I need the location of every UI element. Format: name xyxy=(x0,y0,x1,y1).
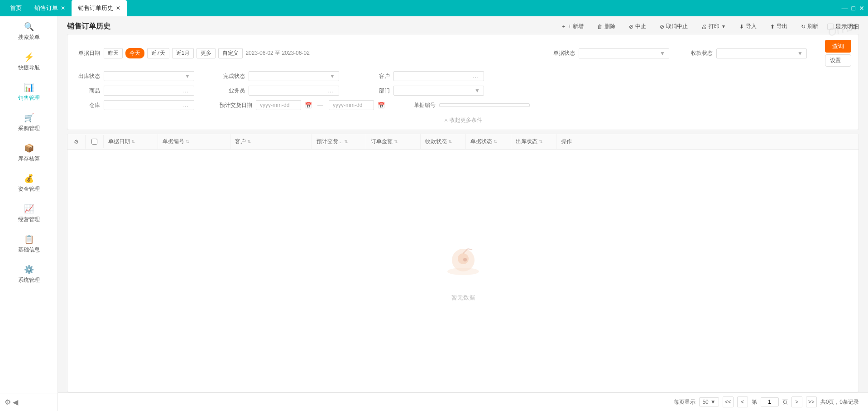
th-delivery[interactable]: 预计交货... ⇅ xyxy=(312,134,366,149)
sort-doc-status-icon: ⇅ xyxy=(494,139,497,144)
page-size-select[interactable]: 50 ▼ xyxy=(699,397,719,406)
sort-client-icon: ⇅ xyxy=(247,139,251,144)
sort-amount-icon: ⇅ xyxy=(394,139,398,144)
th-num[interactable]: 单据编号 ⇅ xyxy=(158,134,230,149)
sales-mgmt-icon: 📊 xyxy=(24,82,34,92)
sys-mgmt-icon: ⚙️ xyxy=(24,265,34,275)
page-number-input[interactable] xyxy=(761,397,779,406)
empty-text: 暂无数据 xyxy=(451,294,475,302)
select-all-checkbox[interactable] xyxy=(91,139,97,145)
sidebar-item-search-menu[interactable]: 🔍 搜索菜单 xyxy=(0,16,58,47)
tab-home[interactable]: 首页 xyxy=(4,0,28,16)
th-pay-status[interactable]: 收款状态 ⇅ xyxy=(421,134,466,149)
th-date[interactable]: 单据日期 ⇅ xyxy=(104,134,158,149)
filter-row-1: 单据日期 昨天 今天 近7天 近1月 更多 自定义 2023-06-02 至 2… xyxy=(75,40,851,67)
purchase-mgmt-icon: 🛒 xyxy=(24,113,34,123)
settings-bottom-icon[interactable]: ⚙ xyxy=(5,398,11,406)
refresh-button[interactable]: ↻ 刷新 xyxy=(796,21,823,32)
out-status-select[interactable]: ▼ xyxy=(104,71,194,81)
sidebar-item-finance[interactable]: 💰 资金管理 xyxy=(0,168,58,198)
complete-status-label: 完成状态 xyxy=(220,73,245,80)
th-settings[interactable]: ⚙ xyxy=(67,135,86,149)
cancel-stop-button[interactable]: ⊘ 取消中止 xyxy=(655,21,692,32)
cal-end-icon[interactable]: 📅 xyxy=(378,102,385,109)
tab-sales-order[interactable]: 销售订单 ✕ xyxy=(28,0,72,16)
finance-icon: 💰 xyxy=(24,174,34,184)
date-btn-custom[interactable]: 自定义 xyxy=(218,48,243,58)
last-page-button[interactable]: >> xyxy=(806,396,817,407)
th-out-status[interactable]: 出库状态 ⇅ xyxy=(511,134,556,149)
import-button[interactable]: ⬇ 导入 xyxy=(735,21,761,32)
delivery-date-start[interactable]: yyyy-mm-dd xyxy=(256,100,301,110)
salesperson-dots-icon[interactable]: … xyxy=(326,87,335,94)
th-amount[interactable]: 订单金额 ⇅ xyxy=(366,134,421,149)
date-btn-7days[interactable]: 近7天 xyxy=(147,48,169,58)
settings-button[interactable]: 设置 xyxy=(825,54,851,67)
sidebar-item-operations[interactable]: 📈 经营管理 xyxy=(0,198,58,229)
complete-status-select[interactable]: ▼ xyxy=(249,71,339,81)
sort-out-status-icon: ⇅ xyxy=(539,139,542,144)
date-btn-today[interactable]: 今天 xyxy=(125,48,144,58)
sidebar-item-purchase-mgmt[interactable]: 🛒 采购管理 xyxy=(0,107,58,138)
salesperson-input[interactable]: … xyxy=(249,86,339,96)
pay-status-select[interactable]: ▼ xyxy=(716,48,807,58)
sidebar-item-inventory[interactable]: 📦 库存核算 xyxy=(0,138,58,168)
customer-input[interactable]: … xyxy=(393,71,484,81)
export-icon: ⬆ xyxy=(770,24,775,30)
cal-start-icon[interactable]: 📅 xyxy=(305,102,312,109)
print-button[interactable]: 🖨 打印 ▼ xyxy=(697,21,730,32)
doc-status-group: 单据状态 ▼ xyxy=(550,48,669,58)
date-btn-1month[interactable]: 近1月 xyxy=(172,48,194,58)
page-size-arrow-icon: ▼ xyxy=(710,399,716,405)
close-tab-sales-order[interactable]: ✕ xyxy=(61,5,65,11)
dept-select[interactable]: ▼ xyxy=(393,86,484,96)
customer-dots-icon[interactable]: … xyxy=(471,73,480,79)
prev-page-button[interactable]: < xyxy=(737,396,748,407)
product-input[interactable]: … xyxy=(104,86,194,96)
product-dots-icon[interactable]: … xyxy=(181,87,190,94)
sidebar-item-base-info[interactable]: 📋 基础信息 xyxy=(0,229,58,259)
date-btn-yesterday[interactable]: 昨天 xyxy=(104,48,123,58)
doc-status-select[interactable]: ▼ xyxy=(579,48,669,58)
display-cols-control: 显示明细 xyxy=(827,23,859,31)
first-page-button[interactable]: << xyxy=(723,396,734,407)
sidebar: 🔍 搜索菜单 ⚡ 快捷导航 📊 销售管理 🛒 采购管理 📦 库存核算 💰 资金管… xyxy=(0,16,58,411)
doc-num-input[interactable] xyxy=(439,103,530,107)
stop-button[interactable]: ⊘ 中止 xyxy=(624,21,651,32)
delete-icon: 🗑 xyxy=(597,24,603,30)
close-button[interactable]: ✕ xyxy=(859,5,864,12)
delete-button[interactable]: 🗑 删除 xyxy=(593,21,620,32)
next-page-button[interactable]: > xyxy=(791,396,802,407)
tab-sales-order-history[interactable]: 销售订单历史 ✕ xyxy=(72,0,127,16)
th-doc-status[interactable]: 单据状态 ⇅ xyxy=(466,134,511,149)
jump-label: 第 xyxy=(752,398,757,406)
empty-state: 暂无数据 xyxy=(67,150,858,392)
doc-date-label: 单据日期 xyxy=(75,49,100,57)
svg-line-5 xyxy=(468,249,472,250)
collapse-sidebar-icon[interactable]: ◀ xyxy=(13,398,18,406)
sidebar-item-sales-mgmt[interactable]: 📊 销售管理 xyxy=(0,77,58,107)
search-menu-icon: 🔍 xyxy=(24,22,34,32)
minimize-button[interactable]: — xyxy=(842,5,848,12)
maximize-button[interactable]: □ xyxy=(852,5,855,12)
content-area: 销售订单历史 ＋ + 新增 🗑 删除 ⊘ 中止 ⊘ 取消中止 xyxy=(58,16,868,411)
th-client[interactable]: 客户 ⇅ xyxy=(230,134,312,149)
th-checkbox[interactable] xyxy=(86,135,104,148)
total-records-label: 共0页，0条记录 xyxy=(820,398,859,406)
doc-num-label: 单据编号 xyxy=(410,102,436,109)
warehouse-input[interactable]: … xyxy=(104,100,194,110)
new-button[interactable]: ＋ + 新增 xyxy=(556,21,588,32)
sidebar-item-sys-mgmt[interactable]: ⚙️ 系统管理 xyxy=(0,259,58,290)
export-button[interactable]: ⬆ 导出 xyxy=(766,21,792,32)
collapse-filters-button[interactable]: ∧ 收起更多条件 xyxy=(75,115,851,124)
complete-status-arrow-icon: ▼ xyxy=(326,73,335,79)
date-btn-more[interactable]: 更多 xyxy=(197,48,216,58)
print-icon: 🖨 xyxy=(701,24,707,30)
print-arrow-icon: ▼ xyxy=(721,24,726,29)
warehouse-dots-icon[interactable]: … xyxy=(181,102,190,108)
display-cols-checkbox[interactable] xyxy=(827,24,834,30)
query-button[interactable]: 查询 xyxy=(825,40,851,53)
delivery-date-end[interactable]: yyyy-mm-dd xyxy=(329,100,374,110)
close-tab-sales-order-history[interactable]: ✕ xyxy=(116,5,120,11)
sidebar-item-quick-nav[interactable]: ⚡ 快捷导航 xyxy=(0,47,58,77)
